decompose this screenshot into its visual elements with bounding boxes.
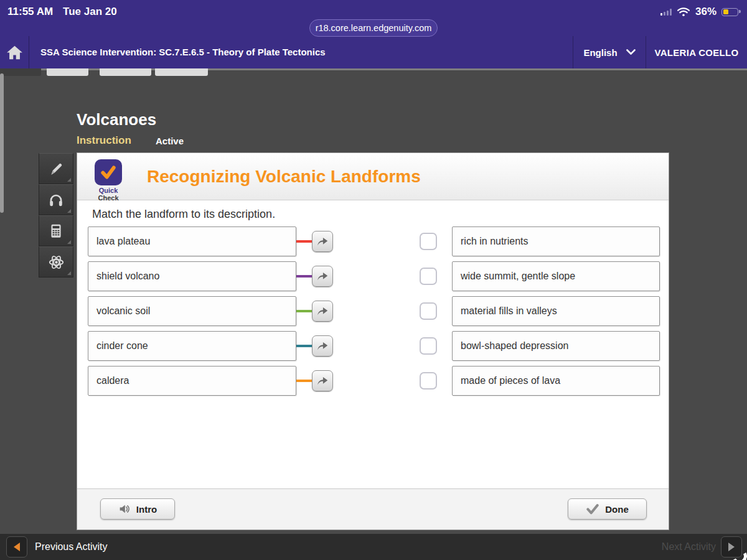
cellular-signal-icon (660, 9, 672, 16)
right-triangle-icon (728, 543, 735, 551)
badge-label-check: Check (93, 194, 123, 202)
progress-segment (100, 68, 151, 76)
intro-button[interactable]: Intro (100, 498, 175, 520)
term-box[interactable]: lava plateau (88, 226, 296, 256)
lesson-title: Volcanoes (77, 110, 156, 129)
checkmark-icon (99, 164, 118, 181)
user-menu[interactable]: VALERIA COELLO (646, 36, 747, 68)
match-row: shield volcano wide summit, gentle slope (77, 261, 669, 291)
tab-active[interactable]: Active (156, 136, 184, 146)
match-row: lava plateau rich in nutrients (77, 226, 669, 256)
match-arrow-button[interactable] (312, 335, 333, 357)
science-tool-button[interactable] (39, 246, 73, 278)
wifi-icon (677, 7, 690, 17)
battery-icon (721, 8, 738, 16)
answer-checkbox[interactable] (420, 268, 437, 285)
intro-button-label: Intro (136, 504, 157, 515)
language-selector[interactable]: English (573, 36, 646, 68)
answer-checkbox[interactable] (420, 233, 437, 250)
course-title: SSA Science Intervention: SC.7.E.6.5 - T… (40, 36, 326, 68)
description-box[interactable]: bowl-shaped depression (452, 331, 660, 361)
tab-instruction[interactable]: Instruction (77, 134, 131, 147)
match-row: cinder cone bowl-shaped depression (77, 331, 669, 361)
date: Tue Jan 20 (63, 6, 117, 18)
previous-activity-button[interactable] (6, 536, 27, 558)
term-box[interactable]: caldera (88, 366, 296, 396)
done-button-label: Done (605, 504, 629, 515)
quick-check-card: Quick Check Recognizing Volcanic Landfor… (77, 152, 669, 530)
connector-line (296, 275, 312, 278)
term-box[interactable]: cinder cone (88, 331, 296, 361)
atom-icon (48, 254, 65, 271)
match-row: volcanic soil material fills in valleys (77, 296, 669, 326)
curved-arrow-icon (316, 374, 329, 388)
curved-arrow-icon (316, 339, 329, 353)
connector-line (296, 345, 312, 347)
left-triangle-icon (14, 543, 20, 551)
match-arrow-button[interactable] (312, 266, 333, 287)
term-box[interactable]: volcanic soil (88, 296, 296, 326)
audio-tool-button[interactable] (39, 184, 73, 215)
progress-segment (155, 68, 208, 76)
chevron-down-icon (626, 49, 636, 55)
status-bar-right: 36% (660, 6, 738, 18)
done-check-icon (586, 503, 599, 515)
curved-arrow-icon (316, 304, 329, 318)
description-box[interactable]: rich in nutrients (452, 226, 660, 256)
progress-segment (47, 68, 88, 76)
screen: 11:55 AM Tue Jan 20 36% r18.core.learn.e… (0, 0, 747, 560)
language-label: English (583, 47, 617, 58)
done-button[interactable]: Done (568, 498, 647, 520)
quick-check-icon (95, 159, 122, 185)
answer-checkbox[interactable] (420, 337, 437, 355)
term-box[interactable]: shield volcano (88, 261, 296, 291)
battery-percent: 36% (695, 6, 716, 18)
question-prompt: Match the landform to its description. (92, 208, 275, 221)
match-row: caldera made of pieces of lava (77, 366, 669, 396)
match-arrow-button[interactable] (312, 301, 333, 322)
highlighter-tool-button[interactable] (39, 153, 73, 184)
browser-header: 11:55 AM Tue Jan 20 36% r18.core.learn.e… (0, 0, 747, 68)
clock: 11:55 AM (7, 6, 53, 18)
previous-activity-label[interactable]: Previous Activity (35, 534, 107, 560)
curved-arrow-icon (316, 235, 329, 248)
home-icon (6, 44, 23, 61)
calculator-icon (48, 223, 64, 239)
speaker-icon (118, 503, 131, 515)
description-box[interactable]: made of pieces of lava (452, 366, 660, 396)
curved-arrow-icon (316, 269, 329, 283)
left-scrollbar[interactable] (0, 73, 4, 213)
quick-check-header: Quick Check Recognizing Volcanic Landfor… (77, 153, 669, 200)
match-arrow-button[interactable] (312, 231, 333, 252)
connector-line (296, 310, 312, 312)
home-button[interactable] (0, 36, 29, 68)
highlighter-pen-icon (48, 161, 64, 177)
status-bar-left: 11:55 AM Tue Jan 20 (7, 6, 117, 18)
match-arrow-button[interactable] (312, 370, 333, 391)
address-bar[interactable]: r18.core.learn.edgenuity.com (309, 19, 438, 37)
user-name: VALERIA COELLO (654, 47, 738, 58)
progress-segment-current (0, 68, 41, 76)
bottom-nav-bar: Previous Activity Next Activity (0, 534, 747, 560)
headphones-icon (48, 192, 64, 208)
answer-checkbox[interactable] (420, 372, 437, 390)
connector-line (296, 240, 312, 243)
description-box[interactable]: material fills in valleys (452, 296, 660, 326)
tool-rail (39, 153, 73, 278)
activity-heading: Recognizing Volcanic Landforms (147, 167, 421, 187)
badge-label-quick: Quick (93, 187, 123, 194)
card-footer: Intro Done (77, 488, 669, 530)
answer-checkbox[interactable] (420, 302, 437, 320)
connector-line (296, 380, 312, 382)
calculator-tool-button[interactable] (39, 215, 73, 246)
description-box[interactable]: wide summit, gentle slope (452, 261, 660, 291)
next-activity-label: Next Activity (662, 534, 716, 560)
quick-check-badge: Quick Check (93, 159, 123, 202)
